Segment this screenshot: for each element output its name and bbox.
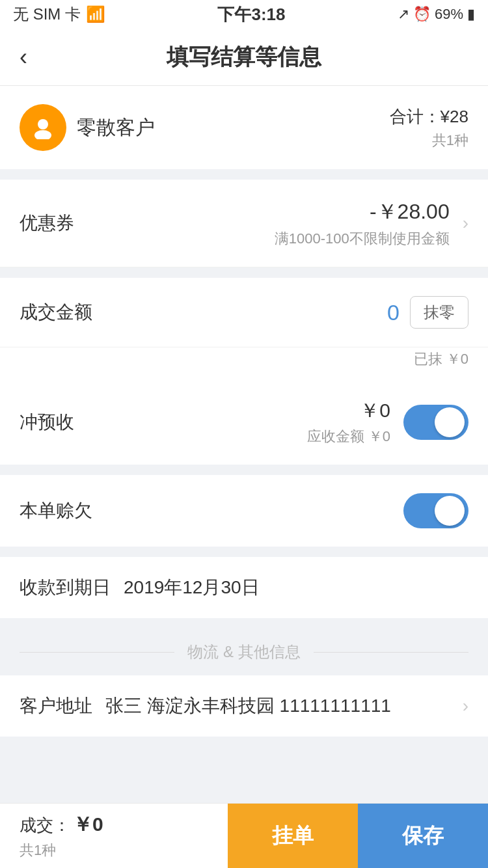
coupon-right: -￥28.00 满1000-100不限制使用金额 › xyxy=(275,198,468,249)
prepay-row: 冲预收 ￥0 应收金额 ￥0 xyxy=(0,379,488,465)
divider-line-left xyxy=(20,652,174,653)
deal-amount-input-area: 0 抹零 xyxy=(373,296,468,329)
coupon-label: 优惠券 xyxy=(20,211,74,236)
address-section[interactable]: 客户地址 张三 海淀永丰科技园 11111111111 › xyxy=(0,675,488,737)
prepay-sub-text: 应收金额 ￥0 xyxy=(307,427,390,446)
bottom-summary: 成交： ￥0 共1种 xyxy=(0,811,228,860)
prepay-right: ￥0 应收金额 ￥0 xyxy=(307,398,468,446)
coupon-note: 满1000-100不限制使用金额 xyxy=(275,229,450,249)
deal-amount-label: 成交金额 xyxy=(20,300,92,325)
pending-button[interactable]: 挂单 xyxy=(228,804,358,869)
debt-section: 本单赊欠 xyxy=(0,475,488,547)
location-icon: ↗ xyxy=(398,6,409,23)
customer-avatar xyxy=(20,104,66,151)
customer-left: 零散客户 xyxy=(20,104,155,151)
divider-text: 物流 & 其他信息 xyxy=(187,642,300,662)
deal-amount-value[interactable]: 0 xyxy=(373,300,400,325)
deal-amount-row: 成交金额 0 抹零 xyxy=(0,278,488,347)
customer-row: 零散客户 合计：¥28 共1种 xyxy=(0,86,488,169)
spacer-1 xyxy=(0,267,488,278)
address-label: 客户地址 xyxy=(20,694,92,718)
svg-point-0 xyxy=(38,119,48,129)
customer-count: 共1种 xyxy=(390,131,468,150)
status-bar: 无 SIM 卡 📶 下午3:18 ↗ ⏰ 69% ▮ xyxy=(0,0,488,29)
battery-icon: ▮ xyxy=(467,6,475,23)
prepay-label: 冲预收 xyxy=(20,410,74,435)
debt-toggle[interactable] xyxy=(403,493,468,528)
bottom-count: 共1种 xyxy=(20,841,208,860)
prepay-toggle-circle xyxy=(435,407,465,437)
back-button[interactable]: ‹ xyxy=(20,44,27,71)
address-value: 张三 海淀永丰科技园 11111111111 xyxy=(105,694,456,718)
carrier-text: 无 SIM 卡 xyxy=(13,4,81,25)
duedate-value: 2019年12月30日 xyxy=(124,575,260,600)
coupon-chevron-icon: › xyxy=(463,213,468,234)
duedate-section: 收款到期日 2019年12月30日 xyxy=(0,557,488,618)
bottom-deal-label: 成交： xyxy=(20,814,70,837)
alarm-icon: ⏰ xyxy=(413,6,431,23)
deal-amount-section: 成交金额 0 抹零 已抹 ￥0 冲预收 ￥0 应收金额 ￥0 xyxy=(0,278,488,465)
duedate-label: 收款到期日 xyxy=(20,575,111,600)
wifi-icon: 📶 xyxy=(86,5,105,23)
divider-line-right xyxy=(314,652,468,653)
customer-total: 合计：¥28 xyxy=(390,105,468,128)
divider-section: 物流 & 其他信息 xyxy=(0,629,488,675)
battery-text: 69% xyxy=(435,6,463,23)
coupon-amount: -￥28.00 xyxy=(275,198,450,226)
svg-point-1 xyxy=(34,130,51,139)
customer-name: 零散客户 xyxy=(77,115,155,141)
prepay-main-value: ￥0 xyxy=(307,398,390,424)
customer-right: 合计：¥28 共1种 xyxy=(390,105,468,150)
coupon-row[interactable]: 优惠券 -￥28.00 满1000-100不限制使用金额 › xyxy=(0,180,488,267)
round-button[interactable]: 抹零 xyxy=(410,296,468,329)
coupon-right-text: -￥28.00 满1000-100不限制使用金额 xyxy=(275,198,450,249)
deal-already-rounded: 已抹 ￥0 xyxy=(414,351,468,367)
prepay-values: ￥0 应收金额 ￥0 xyxy=(307,398,390,446)
debt-label: 本单赊欠 xyxy=(20,498,92,523)
deal-amount-sub: 已抹 ￥0 xyxy=(0,347,488,379)
nav-bar: ‹ 填写结算等信息 xyxy=(0,29,488,86)
bottom-bar: 成交： ￥0 共1种 挂单 保存 xyxy=(0,803,488,868)
status-time: 下午3:18 xyxy=(217,3,285,26)
page-title: 填写结算等信息 xyxy=(167,42,321,72)
bottom-deal-amount: ￥0 xyxy=(73,811,103,838)
bottom-deal-row: 成交： ￥0 xyxy=(20,811,208,838)
save-button[interactable]: 保存 xyxy=(358,804,488,869)
prepay-toggle[interactable] xyxy=(403,405,468,440)
address-chevron-icon: › xyxy=(463,696,468,716)
status-right: ↗ ⏰ 69% ▮ xyxy=(398,6,475,23)
debt-toggle-circle xyxy=(435,496,465,526)
status-left: 无 SIM 卡 📶 xyxy=(13,4,105,25)
content: 零散客户 合计：¥28 共1种 优惠券 -￥28.00 满1000-100不限制… xyxy=(0,86,488,825)
